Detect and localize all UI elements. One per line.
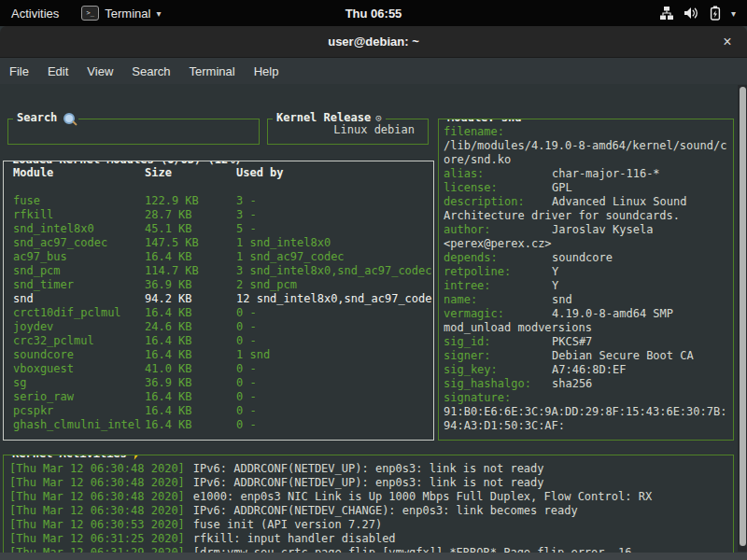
- table-row[interactable]: snd_timer 36.9 KB 2 snd_pcm: [13, 278, 433, 292]
- field-value: GPL: [552, 181, 572, 194]
- top-bar-left: Activities >_ Terminal ▾: [0, 0, 172, 26]
- log-timestamp: [Thu Mar 12 06:30:48 2020]: [9, 476, 185, 489]
- chevron-down-icon: ▾: [156, 8, 161, 19]
- module-info-field: alias:char-major-116-*: [444, 167, 731, 181]
- field-label: sig_id:: [444, 335, 552, 349]
- kernel-release-panel: Kernel Release ⊙ Linux debian: [267, 119, 429, 145]
- menu-item[interactable]: Help: [245, 58, 289, 84]
- table-row[interactable]: vboxguest 41.0 KB 0 -: [13, 362, 433, 376]
- cell-module-used-by: 12 snd_intel8x0,snd_ac97_code: [236, 292, 433, 306]
- table-row[interactable]: crc32_pclmul 16.4 KB 0 -: [13, 334, 433, 348]
- menu-item[interactable]: File: [0, 58, 38, 84]
- field-label: retpoline:: [444, 265, 552, 279]
- title-bar[interactable]: user@debian: ~ ×: [0, 26, 747, 58]
- cell-module-name: snd_intel8x0: [13, 222, 145, 236]
- cell-module-size: 94.2 KB: [145, 292, 236, 306]
- module-info-field: depends:soundcore: [444, 251, 731, 265]
- log-entry: [Thu Mar 12 06:31:25 2020]rfkill: input …: [9, 532, 729, 546]
- log-message: e1000: enp0s3 NIC Link is Up 1000 Mbps F…: [193, 490, 652, 503]
- cell-module-size: 147.5 KB: [145, 236, 236, 250]
- network-icon: [659, 6, 674, 21]
- cell-module-size: 24.6 KB: [145, 320, 236, 334]
- field-value: A7:46:8D:EF: [552, 363, 626, 376]
- cell-module-used-by: 0 -: [236, 376, 433, 390]
- field-value: Y: [552, 279, 558, 292]
- menu-item[interactable]: View: [78, 58, 122, 84]
- menu-item[interactable]: Terminal: [180, 58, 245, 84]
- cell-module-name: fuse: [13, 194, 145, 208]
- field-value: char-major-116-*: [552, 167, 660, 180]
- module-info-field: sig_key:A7:46:8D:EF: [444, 363, 731, 377]
- column-header-size: Size: [145, 166, 236, 180]
- lightning-bolt-icon: [132, 455, 140, 460]
- field-value: PKCS#7: [552, 335, 592, 348]
- module-info-field: name:snd: [444, 293, 731, 307]
- table-row[interactable]: rfkill 28.7 KB 3 -: [13, 208, 433, 222]
- cell-module-name: crc32_pclmul: [13, 334, 145, 348]
- cell-module-used-by: 3 -: [236, 208, 433, 222]
- table-row[interactable]: serio_raw 16.4 KB 0 -: [13, 390, 433, 404]
- app-menu-button[interactable]: >_ Terminal ▾: [70, 0, 172, 26]
- field-label: name:: [444, 293, 552, 307]
- terminal-window: user@debian: ~ × File Edit View Search T…: [0, 26, 747, 560]
- table-row[interactable]: soundcore 16.4 KB 1 snd: [13, 348, 433, 362]
- cell-module-size: 16.4 KB: [145, 250, 236, 264]
- table-row[interactable]: snd_pcm 114.7 KB 3 snd_intel8x0,snd_ac97…: [13, 264, 433, 278]
- table-row[interactable]: fuse 122.9 KB 3 -: [13, 194, 433, 208]
- column-header-module: Module: [13, 166, 145, 180]
- field-value: Y: [552, 265, 558, 278]
- top-bar-right: ▾: [648, 0, 747, 26]
- log-timestamp: [Thu Mar 12 06:31:25 2020]: [9, 532, 185, 545]
- table-row[interactable]: snd 94.2 KB 12 snd_intel8x0,snd_ac97_cod…: [13, 292, 433, 306]
- module-info-field: filename:/lib/modules/4.19.0-8-amd64/ker…: [444, 125, 731, 167]
- field-label: intree:: [444, 279, 552, 293]
- cell-module-size: 16.4 KB: [145, 418, 236, 432]
- field-label: depends:: [444, 251, 552, 265]
- module-info-fields: filename:/lib/modules/4.19.0-8-amd64/ker…: [439, 119, 733, 433]
- field-value: 91:B0:E6:6E:3C:9A:DD:29:8F:15:43:6E:30:7…: [444, 405, 726, 432]
- table-row[interactable]: ac97_bus 16.4 KB 1 snd_ac97_codec: [13, 250, 433, 264]
- screen: Activities >_ Terminal ▾ Thu 06:55: [0, 0, 747, 560]
- table-row[interactable]: crct10dif_pclmul 16.4 KB 0 -: [13, 306, 433, 320]
- menu-item[interactable]: Edit: [38, 58, 78, 84]
- close-button[interactable]: ×: [715, 30, 740, 54]
- volume-icon: [684, 6, 699, 21]
- cell-module-name: serio_raw: [13, 390, 145, 404]
- cell-module-size: 36.9 KB: [145, 278, 236, 292]
- field-label: sig_hashalgo:: [444, 377, 552, 391]
- cell-module-used-by: 0 -: [236, 306, 433, 320]
- scrollbar-track[interactable]: [738, 85, 747, 552]
- field-value: Debian Secure Boot CA: [552, 349, 694, 362]
- table-row[interactable]: pcspkr 16.4 KB 0 -: [13, 404, 433, 418]
- field-label: filename:: [444, 125, 731, 139]
- clock-button[interactable]: Thu 06:55: [336, 0, 412, 26]
- table-row[interactable]: sg 36.9 KB 0 -: [13, 376, 433, 390]
- module-info-field: retpoline:Y: [444, 265, 731, 279]
- kernel-release-value: Linux debian: [268, 123, 415, 137]
- log-timestamp: [Thu Mar 12 06:30:48 2020]: [9, 462, 185, 475]
- cell-module-used-by: 1 snd_intel8x0: [236, 236, 433, 250]
- terminal-app-icon: >_: [81, 6, 99, 21]
- cell-module-used-by: 0 -: [236, 362, 433, 376]
- log-timestamp: [Thu Mar 12 06:30:48 2020]: [9, 490, 185, 503]
- activities-button[interactable]: Activities: [0, 0, 70, 26]
- module-info-title: Module: snd: [444, 119, 525, 125]
- modules-table-body: fuse 122.9 KB 3 - rfkill 28.7 KB 3 - snd…: [13, 194, 433, 432]
- menu-item[interactable]: Search: [122, 58, 179, 84]
- table-row[interactable]: snd_intel8x0 45.1 KB 5 -: [13, 222, 433, 236]
- kernel-activities-title: Kernel Activities: [8, 455, 144, 461]
- system-status-menu[interactable]: ▾: [648, 0, 747, 26]
- battery-icon: [709, 6, 722, 21]
- table-row[interactable]: joydev 24.6 KB 0 -: [13, 320, 433, 334]
- log-entry: [Thu Mar 12 06:30:53 2020]fuse init (API…: [9, 518, 729, 532]
- cell-module-used-by: 2 snd_pcm: [236, 278, 433, 292]
- search-input[interactable]: [10, 121, 257, 142]
- cell-module-used-by: 1 snd: [236, 348, 433, 362]
- log-entry: [Thu Mar 12 06:30:48 2020]IPv6: ADDRCONF…: [9, 504, 729, 518]
- table-row[interactable]: ghash_clmulni_intel 16.4 KB 0 -: [13, 418, 433, 432]
- scrollbar-thumb[interactable]: [740, 87, 746, 546]
- field-value: soundcore: [552, 251, 613, 264]
- table-row[interactable]: snd_ac97_codec 147.5 KB 1 snd_intel8x0: [13, 236, 433, 250]
- cell-module-name: snd_ac97_codec: [13, 236, 145, 250]
- field-value: /lib/modules/4.19.0-8-amd64/kernel/sound…: [444, 139, 726, 166]
